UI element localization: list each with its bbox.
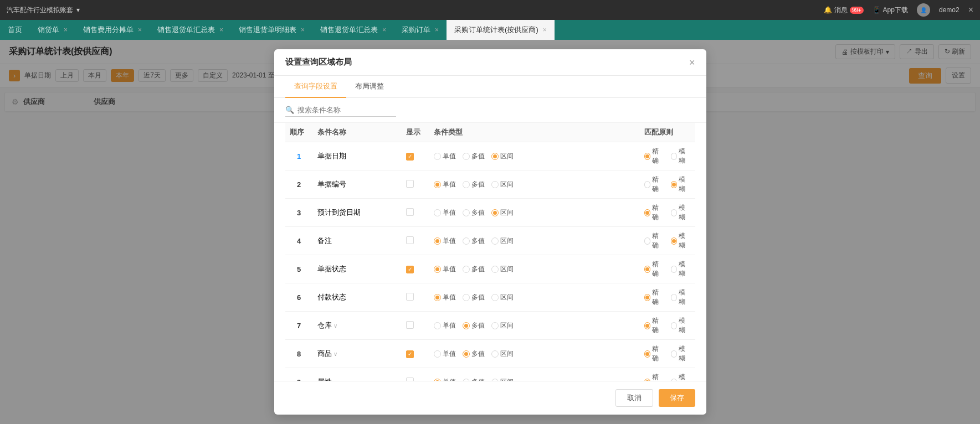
match-fuzzy-radio[interactable]: 模糊 [671, 288, 691, 307]
match-exact-radio[interactable]: 精确 [644, 175, 664, 194]
row-name: 预计到货日期 [313, 208, 402, 218]
col-name-header: 条件名称 [313, 127, 402, 137]
type-multi-radio[interactable]: 多值 [463, 208, 485, 218]
tab-6-close[interactable]: × [435, 26, 439, 34]
row-order: 1 [285, 152, 313, 161]
modal-tab-layout-label: 布局调整 [355, 82, 384, 90]
type-multi-radio[interactable]: 多值 [463, 236, 485, 246]
type-single-radio[interactable]: 单值 [434, 208, 456, 218]
row-display[interactable] [402, 152, 429, 161]
type-range-radio[interactable]: 区间 [491, 349, 514, 359]
modal-tab-fields[interactable]: 查询字段设置 [285, 76, 346, 98]
tab-purchase-order[interactable]: 采购订单 × [394, 20, 447, 40]
modal-header: 设置查询区域布局 × [274, 49, 706, 76]
col-type-header: 条件类型 [429, 127, 640, 137]
match-exact-radio[interactable]: 精确 [644, 316, 664, 335]
type-range-radio[interactable]: 区间 [491, 152, 514, 161]
type-single-radio[interactable]: 单值 [434, 236, 456, 246]
tab-sales-order[interactable]: 销货单 × [30, 20, 75, 40]
top-bar-actions: 🔔 消息 99+ 📱 App下载 👤 demo2 × [824, 3, 973, 17]
cancel-button[interactable]: 取消 [615, 389, 653, 407]
modal-close-button[interactable]: × [689, 58, 695, 68]
tab-purchase-stats[interactable]: 采购订单统计表(按供应商) × [447, 20, 555, 40]
match-fuzzy-radio[interactable]: 模糊 [671, 373, 691, 381]
save-button[interactable]: 保存 [659, 389, 695, 407]
type-range-radio[interactable]: 区间 [491, 236, 514, 246]
row-display[interactable] [402, 321, 429, 330]
match-exact-radio[interactable]: 精确 [644, 344, 664, 363]
table-row: 2 单据编号 单值 多值 区间 精确 模糊 [285, 170, 695, 199]
row-display[interactable] [402, 293, 429, 302]
notification-button[interactable]: 🔔 消息 99+ [824, 6, 864, 15]
match-exact-radio[interactable]: 精确 [644, 147, 664, 166]
match-exact-radio[interactable]: 精确 [644, 203, 664, 222]
tab-home[interactable]: 首页 [0, 20, 30, 40]
download-button[interactable]: 📱 App下载 [873, 6, 908, 15]
row-order: 5 [285, 265, 313, 273]
row-match: 精确 模糊 [640, 260, 695, 278]
tab-5-close[interactable]: × [382, 26, 386, 34]
type-single-radio[interactable]: 单值 [434, 152, 456, 161]
tab-sales-expense[interactable]: 销售费用分摊单 × [75, 20, 150, 40]
type-single-radio[interactable]: 单值 [434, 293, 456, 302]
tab-sales-return-summary[interactable]: 销售退货单汇总表 × [150, 20, 231, 40]
match-fuzzy-radio[interactable]: 模糊 [671, 147, 691, 166]
topbar-close-button[interactable]: × [968, 5, 973, 15]
match-fuzzy-radio[interactable]: 模糊 [671, 175, 691, 194]
type-multi-radio[interactable]: 多值 [463, 349, 485, 359]
type-multi-radio[interactable]: 多值 [463, 293, 485, 302]
type-single-radio[interactable]: 单值 [434, 321, 456, 330]
dropdown-arrow-icon: ▾ [76, 6, 80, 14]
row-display[interactable] [402, 236, 429, 246]
tab-4-close[interactable]: × [301, 26, 305, 34]
tab-7-close[interactable]: × [543, 26, 547, 34]
row-match: 精确 模糊 [640, 316, 695, 335]
match-fuzzy-radio[interactable]: 模糊 [671, 316, 691, 335]
match-exact-radio[interactable]: 精确 [644, 288, 664, 307]
col-match-header: 匹配原则 [640, 127, 695, 137]
tab-3-close[interactable]: × [219, 26, 223, 34]
username: demo2 [939, 6, 960, 14]
modal-overlay: 设置查询区域布局 × 查询字段设置 布局调整 🔍 [0, 40, 980, 424]
tab-sales-return-detail[interactable]: 销售退货单明细表 × [231, 20, 312, 40]
table-row: 6 付款状态 单值 多值 区间 精确 模糊 [285, 283, 695, 312]
match-exact-radio[interactable]: 精确 [644, 260, 664, 278]
table-row: 4 备注 单值 多值 区间 精确 模糊 [285, 227, 695, 255]
type-single-radio[interactable]: 单值 [434, 265, 456, 274]
type-range-radio[interactable]: 区间 [491, 321, 514, 330]
tab-sales-order-close[interactable]: × [64, 26, 68, 34]
tab-sales-order-label: 销货单 [38, 25, 59, 35]
match-fuzzy-radio[interactable]: 模糊 [671, 260, 691, 278]
type-range-radio[interactable]: 区间 [491, 265, 514, 274]
type-range-radio[interactable]: 区间 [491, 180, 514, 189]
row-name: 单据编号 [313, 179, 402, 189]
row-display[interactable] [402, 349, 429, 358]
match-exact-radio[interactable]: 精确 [644, 373, 664, 381]
type-multi-radio[interactable]: 多值 [463, 152, 485, 161]
row-type: 单值 多值 区间 [429, 152, 640, 161]
modal-tab-layout[interactable]: 布局调整 [346, 76, 393, 98]
match-exact-radio[interactable]: 精确 [644, 231, 664, 250]
match-fuzzy-radio[interactable]: 模糊 [671, 344, 691, 363]
tab-sales-return2[interactable]: 销售退货单汇总表 × [312, 20, 394, 40]
match-fuzzy-radio[interactable]: 模糊 [671, 231, 691, 250]
type-multi-radio[interactable]: 多值 [463, 265, 485, 274]
type-single-radio[interactable]: 单值 [434, 180, 456, 189]
search-input[interactable] [297, 106, 386, 114]
app-name-section: 汽车配件行业模拟账套 ▾ [7, 6, 80, 15]
row-display[interactable] [402, 208, 429, 218]
modal-table: 顺序 条件名称 显示 条件类型 匹配原则 1 单据日期 单值 多值 区 [274, 123, 706, 381]
type-range-radio[interactable]: 区间 [491, 208, 514, 218]
tab-home-label: 首页 [8, 25, 22, 35]
type-range-radio[interactable]: 区间 [491, 293, 514, 302]
type-single-radio[interactable]: 单值 [434, 349, 456, 359]
tab-sales-expense-close[interactable]: × [138, 26, 142, 34]
type-multi-radio[interactable]: 多值 [463, 321, 485, 330]
row-name: 属性 ∨ [313, 377, 402, 381]
match-fuzzy-radio[interactable]: 模糊 [671, 203, 691, 222]
row-display[interactable] [402, 180, 429, 189]
row-display[interactable] [402, 265, 429, 273]
type-multi-radio[interactable]: 多值 [463, 180, 485, 189]
row-match: 精确 模糊 [640, 373, 695, 381]
row-match: 精确 模糊 [640, 344, 695, 363]
